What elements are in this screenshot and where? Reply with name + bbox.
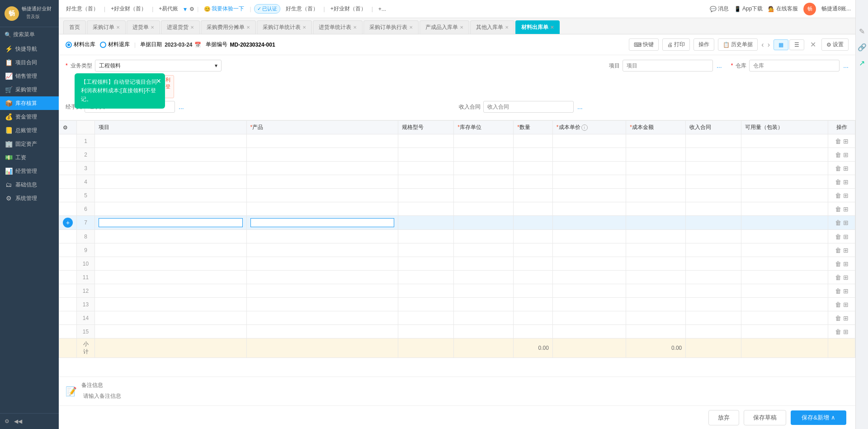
edit-icon[interactable]: ✎ xyxy=(859,27,865,36)
delete-row-15[interactable]: 🗑 xyxy=(835,328,841,335)
online-service-btn[interactable]: 💁 在线客服 xyxy=(768,5,798,13)
income-contract-more-btn[interactable]: ... xyxy=(577,103,583,110)
sidebar-item-inventory[interactable]: 📦库存核算 xyxy=(0,96,59,110)
collapse-icon[interactable]: ◀◀ xyxy=(14,418,22,424)
delete-row-4[interactable]: 🗑 xyxy=(835,178,841,186)
tab-home[interactable]: 首页 xyxy=(63,20,86,34)
sidebar-item-ledger[interactable]: 📒总账管理 xyxy=(0,124,59,137)
copy-row-7[interactable]: ⊞ xyxy=(843,219,849,226)
sidebar-item-sales[interactable]: 📈销售管理 xyxy=(0,69,59,83)
sidebar-item-mgmt[interactable]: 📊经营管理 xyxy=(0,164,59,178)
copy-row-10[interactable]: ⊞ xyxy=(843,260,849,267)
topbar-nav-1[interactable]: 好生意（首） xyxy=(63,3,101,14)
copy-row-6[interactable]: ⊞ xyxy=(843,205,849,213)
delete-row-2[interactable]: 🗑 xyxy=(835,151,841,158)
delete-row-5[interactable]: 🗑 xyxy=(835,192,841,199)
biz-type-select[interactable]: 工程领料 ▾ xyxy=(95,60,222,72)
user-name[interactable]: 畅捷通8账... xyxy=(821,5,851,13)
project-more-btn[interactable]: ... xyxy=(717,62,722,69)
sidebar-item-basic[interactable]: 🗂基础信息 xyxy=(0,178,59,191)
delete-row-8[interactable]: 🗑 xyxy=(835,233,841,240)
date-picker[interactable]: 2023-03-24 📅 xyxy=(165,42,201,48)
delete-row-12[interactable]: 🗑 xyxy=(835,287,841,295)
expand-icon[interactable]: ↗ xyxy=(859,59,865,67)
cost-info-icon[interactable]: i xyxy=(581,124,588,131)
tab-close-tab-po[interactable]: ✕ xyxy=(116,25,120,30)
message-btn[interactable]: 💬 消息 xyxy=(710,5,729,13)
delete-row-10[interactable]: 🗑 xyxy=(835,260,841,267)
tab-close-tab-other-in[interactable]: ✕ xyxy=(505,25,509,30)
tab-prod-in[interactable]: 产成品入库单✕ xyxy=(420,20,469,34)
copy-row-13[interactable]: ⊞ xyxy=(843,301,849,308)
nav-prev-btn[interactable]: ‹ xyxy=(761,41,764,49)
copy-row-5[interactable]: ⊞ xyxy=(843,192,849,199)
link-icon[interactable]: 🔗 xyxy=(858,43,867,52)
tab-po-stat[interactable]: 采购订单统计表✕ xyxy=(257,20,312,34)
tab-close-tab-inbound[interactable]: ✕ xyxy=(151,25,154,30)
settings-icon[interactable]: ⚙ xyxy=(5,418,9,424)
col-settings[interactable]: ⚙ xyxy=(59,121,77,134)
delete-row-6[interactable]: 🗑 xyxy=(835,205,841,213)
topbar-nav-more[interactable]: +... xyxy=(376,4,389,14)
search-menu[interactable]: 🔍 搜索菜单 xyxy=(0,27,59,42)
sidebar-item-assets[interactable]: 🏢固定资产 xyxy=(0,137,59,151)
copy-row-8[interactable]: ⊞ xyxy=(843,233,849,240)
trial-link[interactable]: 😊 我要体验一下 xyxy=(201,3,247,14)
warehouse-input[interactable] xyxy=(749,60,840,72)
copy-row-14[interactable]: ⊞ xyxy=(843,315,849,322)
tooltip-close-btn[interactable]: ✕ xyxy=(156,76,161,86)
delete-row-11[interactable]: 🗑 xyxy=(835,274,841,281)
page-settings-btn[interactable]: ⚙ 设置 xyxy=(821,38,849,51)
delete-row-13[interactable]: 🗑 xyxy=(835,301,841,308)
tab-close-tab-po-stat[interactable]: ✕ xyxy=(302,25,306,30)
sidebar-item-system[interactable]: ⚙系统管理 xyxy=(0,191,59,205)
delete-row-3[interactable]: 🗑 xyxy=(835,165,841,172)
warehouse-more-btn[interactable]: ... xyxy=(843,62,849,69)
tab-close-tab-cost[interactable]: ✕ xyxy=(246,25,250,30)
tab-close-tab-prod-in[interactable]: ✕ xyxy=(460,25,463,30)
notes-input[interactable] xyxy=(81,391,443,401)
copy-row-4[interactable]: ⊞ xyxy=(843,178,849,186)
topbar-nav-good2[interactable]: +好业财（首） xyxy=(328,3,369,14)
delete-row-7[interactable]: 🗑 xyxy=(835,219,841,226)
tab-close-tab-return[interactable]: ✕ xyxy=(190,25,194,30)
income-contract-input[interactable] xyxy=(483,101,574,113)
tab-close-tab-inbound-stat[interactable]: ✕ xyxy=(353,25,357,30)
delete-row-14[interactable]: 🗑 xyxy=(835,315,841,322)
tab-material-out[interactable]: 材料出库单✕ xyxy=(515,20,560,34)
close-btn[interactable]: ✕ xyxy=(808,40,818,50)
save-new-button[interactable]: 保存&新增 ∧ xyxy=(791,410,846,425)
tab-cost[interactable]: 采购费用分摊单✕ xyxy=(201,20,256,34)
sidebar-item-purchase[interactable]: 🛒采购管理 xyxy=(0,83,59,96)
action-btn[interactable]: 操作 xyxy=(693,38,714,51)
print-btn[interactable]: 🖨 打印 xyxy=(662,38,690,51)
history-btn[interactable]: 📋 历史单据 xyxy=(718,38,758,51)
topbar-settings-icon[interactable]: ⚙ xyxy=(189,6,194,12)
copy-row-11[interactable]: ⊞ xyxy=(843,274,849,281)
radio-material-out[interactable]: 材料出库 xyxy=(66,41,95,48)
copy-row-3[interactable]: ⊞ xyxy=(843,165,849,172)
tab-close-tab-material-out[interactable]: ✕ xyxy=(550,25,554,30)
topbar-nav-good1[interactable]: 好生意（首） xyxy=(283,3,321,14)
save-draft-button[interactable]: 保存草稿 xyxy=(744,410,786,425)
delete-row-1[interactable]: 🗑 xyxy=(835,138,841,145)
copy-row-15[interactable]: ⊞ xyxy=(843,328,849,335)
sidebar-item-payroll[interactable]: 💵工资 xyxy=(0,151,59,164)
tab-po[interactable]: 采购订单✕ xyxy=(87,20,126,34)
tab-other-in[interactable]: 其他入库单✕ xyxy=(470,20,514,34)
sidebar-item-project[interactable]: 📋项目合同 xyxy=(0,56,59,69)
radio-material-return[interactable]: 材料退库 xyxy=(100,41,130,48)
sidebar-item-finance[interactable]: 💰资金管理 xyxy=(0,110,59,124)
topbar-nav-3[interactable]: +易代账 xyxy=(156,3,181,14)
copy-row-1[interactable]: ⊞ xyxy=(843,138,849,145)
tab-close-tab-po-exec[interactable]: ✕ xyxy=(409,25,413,30)
table-view-btn[interactable]: ▦ xyxy=(774,39,788,50)
delete-row-9[interactable]: 🗑 xyxy=(835,247,841,254)
shortcut-btn[interactable]: ⌨ 快键 xyxy=(629,38,659,51)
list-view-btn[interactable]: ☰ xyxy=(789,39,804,50)
tab-inbound[interactable]: 进货单✕ xyxy=(127,20,160,34)
copy-row-9[interactable]: ⊞ xyxy=(843,247,849,254)
nav-dropdown-btn[interactable]: ▾ xyxy=(184,5,187,13)
copy-row-2[interactable]: ⊞ xyxy=(843,151,849,158)
sidebar-item-quick[interactable]: ⚡快捷导航 xyxy=(0,42,59,56)
